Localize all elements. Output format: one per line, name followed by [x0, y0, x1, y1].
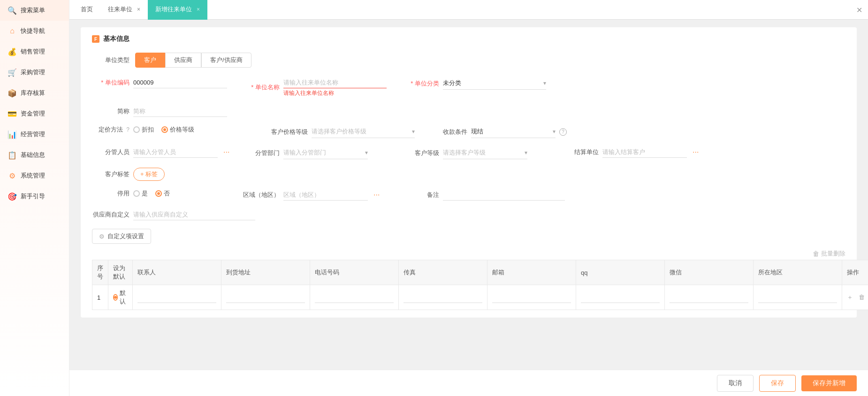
system-icon: ⚙: [8, 171, 17, 180]
sidebar-item-search[interactable]: 🔍 搜索菜单: [0, 0, 69, 21]
customer-level-field: 客户等级 请选择客户等级 ▾: [402, 147, 561, 159]
settlement-unit-input[interactable]: [602, 147, 687, 158]
cancel-button[interactable]: 取消: [717, 375, 754, 392]
pricing-discount-radio[interactable]: 折扣: [133, 125, 154, 134]
supplier-custom-label: 供应商自定义: [92, 210, 129, 219]
cell-wechat[interactable]: [665, 285, 754, 310]
col-contact: 联系人: [133, 260, 221, 285]
disable-radio-group: 是 否: [133, 189, 170, 198]
region-table-input[interactable]: [758, 292, 837, 303]
sidebar-item-inventory[interactable]: 📦 库存核算: [0, 83, 69, 103]
row-delete-btn[interactable]: 🗑: [859, 294, 865, 301]
sidebar-item-sales[interactable]: 💰 销售管理: [0, 41, 69, 62]
row-add-btn[interactable]: ＋: [847, 294, 853, 301]
unit-name-input[interactable]: [283, 77, 387, 88]
cell-address[interactable]: [221, 285, 310, 310]
col-email: 邮箱: [487, 260, 576, 285]
unit-code-label: * 单位编码: [92, 78, 129, 87]
finance-icon: 💳: [8, 109, 17, 118]
tab-bar: 首页 往来单位 × 新增往来单位 × ✕: [69, 0, 868, 20]
sidebar-item-basic[interactable]: 📋 基础信息: [0, 145, 69, 165]
window-close-icon[interactable]: ✕: [856, 5, 862, 14]
payment-terms-select[interactable]: 现结 ▾: [471, 125, 556, 138]
disable-yes-radio[interactable]: 是: [133, 189, 148, 198]
pricing-price-level-radio[interactable]: 价格等级: [161, 125, 194, 134]
cell-region[interactable]: [754, 285, 842, 310]
add-tag-button[interactable]: + 标签: [133, 168, 165, 181]
customer-level-select[interactable]: 请选择客户等级 ▾: [443, 147, 527, 159]
short-name-input[interactable]: [133, 106, 227, 117]
note-input[interactable]: [443, 189, 565, 201]
pricing-price-level-circle: [161, 126, 168, 133]
region-label: 区域（地区）: [242, 191, 280, 199]
tab-new-partner[interactable]: 新增往来单位 ×: [148, 0, 207, 20]
col-address: 到货地址: [221, 260, 310, 285]
disable-no-circle: [155, 190, 162, 197]
tab-new-partner-close[interactable]: ×: [197, 6, 200, 13]
unit-code-input[interactable]: [133, 77, 227, 88]
page-content: F 基本信息 单位类型 客户 供应商 客户/供应商 * 单位编码 *: [69, 20, 868, 370]
unit-type-row: 单位类型 客户 供应商 客户/供应商: [92, 53, 845, 68]
search-icon: 🔍: [8, 6, 17, 15]
sidebar-item-purchase[interactable]: 🛒 采购管理: [0, 62, 69, 83]
sidebar-item-quick-nav[interactable]: ⌂ 快捷导航: [0, 21, 69, 41]
batch-delete-icon: 🗑: [813, 250, 819, 257]
region-more-btn[interactable]: ···: [372, 191, 381, 199]
type-btn-supplier[interactable]: 供应商: [165, 53, 201, 68]
sidebar-item-operations[interactable]: 📊 经营管理: [0, 124, 69, 145]
chevron-down-icon-2: ▾: [412, 128, 415, 135]
pricing-help-icon[interactable]: ?: [126, 126, 129, 133]
form-row-7: 供应商自定义: [92, 209, 845, 220]
region-input[interactable]: [283, 189, 368, 201]
department-select[interactable]: 请输入分管部门 ▾: [283, 147, 368, 159]
cell-phone[interactable]: [310, 285, 399, 310]
type-btn-both[interactable]: 客户/供应商: [201, 53, 251, 68]
type-btn-customer[interactable]: 客户: [135, 53, 165, 68]
cell-contact[interactable]: [133, 285, 221, 310]
manager-input[interactable]: [133, 147, 218, 158]
cell-qq[interactable]: [576, 285, 665, 310]
save-new-button[interactable]: 保存并新增: [801, 375, 857, 391]
sidebar-item-newbie[interactable]: 🎯 新手引导: [0, 186, 69, 207]
sidebar-item-finance[interactable]: 💳 资金管理: [0, 103, 69, 124]
manager-more-btn[interactable]: ···: [221, 148, 231, 156]
fax-input[interactable]: [404, 292, 482, 303]
basic-icon: 📋: [8, 150, 17, 160]
unit-category-label: * 单位分类: [402, 79, 439, 88]
supplier-custom-field: 供应商自定义: [92, 209, 280, 220]
batch-delete-label[interactable]: 批量删除: [821, 249, 845, 258]
contact-input[interactable]: [137, 292, 216, 303]
col-qq: qq: [576, 260, 665, 285]
settlement-more-btn[interactable]: ···: [691, 148, 700, 156]
customer-price-level-field: 客户价格等级 请选择客户价格等级 ▾: [270, 125, 430, 138]
default-radio-circle: [113, 294, 118, 301]
custom-settings-button[interactable]: ⚙ 自定义项设置: [92, 229, 151, 244]
pricing-radio-group: 折扣 价格等级: [133, 125, 194, 134]
unit-name-wrapper: 请输入往来单位名称: [283, 77, 402, 97]
tab-partner-close[interactable]: ×: [137, 6, 140, 13]
phone-input[interactable]: [315, 292, 394, 303]
form-row-1: * 单位编码 * 单位名称 请输入往来单位名称 * 单位分类 未分类 ▾: [92, 77, 845, 97]
tab-partner[interactable]: 往来单位 ×: [100, 0, 148, 20]
inventory-icon: 📦: [8, 88, 17, 98]
cell-email[interactable]: [487, 285, 576, 310]
operations-icon: 📊: [8, 130, 17, 139]
save-button[interactable]: 保存: [759, 375, 796, 392]
default-radio[interactable]: 默认: [113, 289, 128, 306]
supplier-custom-input[interactable]: [133, 209, 255, 220]
disable-no-radio[interactable]: 否: [155, 189, 170, 198]
address-input[interactable]: [226, 292, 305, 303]
purchase-icon: 🛒: [8, 68, 17, 77]
customer-price-level-select[interactable]: 请选择客户价格等级 ▾: [312, 125, 415, 138]
cell-fax[interactable]: [399, 285, 487, 310]
manager-field: 分管人员 ···: [92, 147, 242, 158]
email-input[interactable]: [492, 292, 571, 303]
payment-terms-help-icon[interactable]: ?: [559, 128, 567, 136]
qq-input[interactable]: [581, 292, 660, 303]
col-phone: 电话号码: [310, 260, 399, 285]
wechat-input[interactable]: [670, 292, 748, 303]
sidebar-item-system[interactable]: ⚙ 系统管理: [0, 165, 69, 186]
tab-home[interactable]: 首页: [73, 0, 100, 20]
chevron-down-icon-4: ▾: [365, 149, 368, 156]
unit-category-select[interactable]: 未分类 ▾: [443, 77, 546, 90]
